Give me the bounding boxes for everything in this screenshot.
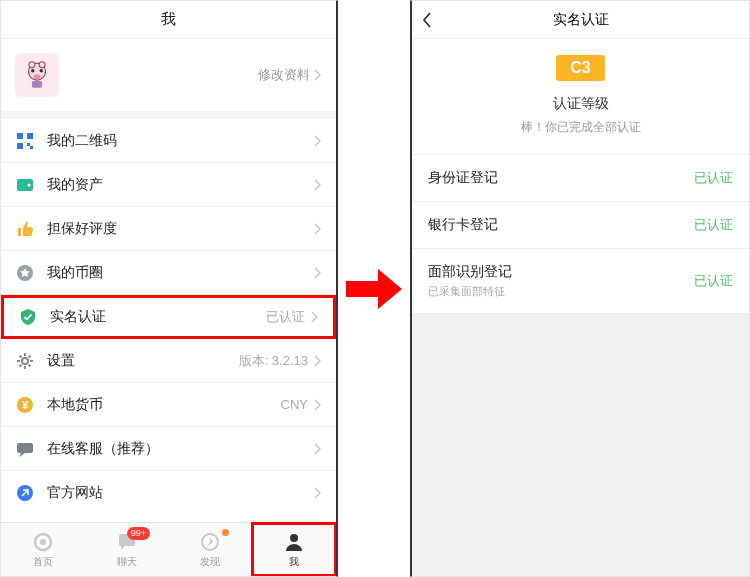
svg-point-15 bbox=[22, 358, 28, 364]
tab-discover[interactable]: 发现 bbox=[169, 523, 253, 576]
edit-profile-label: 修改资料 bbox=[258, 66, 310, 84]
arrow-indicator bbox=[338, 0, 410, 577]
row-my-assets[interactable]: 我的资产 bbox=[1, 163, 336, 207]
svg-point-2 bbox=[40, 69, 43, 72]
page-title: 实名认证 bbox=[553, 11, 609, 29]
face-subtext: 已采集面部特征 bbox=[428, 284, 694, 299]
svg-point-13 bbox=[28, 183, 31, 186]
svg-text:¥: ¥ bbox=[22, 399, 29, 411]
cert-level-subtext: 棒！你已完成全部认证 bbox=[412, 119, 749, 136]
home-icon bbox=[32, 531, 54, 553]
chat-icon bbox=[15, 439, 35, 459]
chevron-right-icon bbox=[314, 399, 322, 411]
svg-point-6 bbox=[39, 62, 45, 68]
row-my-qrcode[interactable]: 我的二维码 bbox=[1, 119, 336, 163]
status-badge: 已认证 bbox=[694, 216, 733, 234]
chevron-right-icon bbox=[314, 487, 322, 499]
page-title: 我 bbox=[1, 1, 336, 39]
row-support[interactable]: 在线客服（推荐） bbox=[1, 427, 336, 471]
version-text: 版本: 3.2.13 bbox=[239, 352, 308, 370]
chevron-right-icon bbox=[314, 355, 322, 367]
phone-me-screen: 我 修改资料 bbox=[0, 0, 338, 577]
svg-point-1 bbox=[31, 69, 34, 72]
svg-point-5 bbox=[29, 62, 35, 68]
tab-home[interactable]: 首页 bbox=[1, 523, 85, 576]
qrcode-icon bbox=[15, 131, 35, 151]
cert-level-badge: C3 bbox=[556, 55, 604, 81]
thumb-up-icon bbox=[15, 219, 35, 239]
row-realname-verify[interactable]: 实名认证 已认证 bbox=[1, 295, 336, 339]
chat-badge: 99+ bbox=[127, 527, 150, 540]
row-local-currency[interactable]: ¥ 本地货币 CNY bbox=[1, 383, 336, 427]
svg-point-3 bbox=[34, 74, 41, 79]
cert-row-face[interactable]: 面部识别登记 已采集面部特征 已认证 bbox=[412, 249, 749, 314]
svg-rect-12 bbox=[17, 179, 33, 191]
gear-icon bbox=[15, 351, 35, 371]
cert-row-bank[interactable]: 银行卡登记 已认证 bbox=[412, 202, 749, 249]
page-header: 实名认证 bbox=[412, 1, 749, 39]
cert-row-id[interactable]: 身份证登记 已认证 bbox=[412, 155, 749, 202]
link-icon bbox=[15, 483, 35, 503]
cert-summary: C3 认证等级 棒！你已完成全部认证 bbox=[412, 39, 749, 155]
person-icon bbox=[283, 531, 305, 553]
chevron-right-icon bbox=[314, 223, 322, 235]
shield-check-icon bbox=[18, 307, 38, 327]
row-coin-circle[interactable]: 我的币圈 bbox=[1, 251, 336, 295]
row-official-website[interactable]: 官方网站 bbox=[1, 471, 336, 515]
svg-rect-8 bbox=[27, 133, 33, 139]
chevron-right-icon bbox=[314, 135, 322, 147]
tab-chat[interactable]: 99+ 聊天 bbox=[85, 523, 169, 576]
cert-level-label: 认证等级 bbox=[412, 95, 749, 113]
svg-rect-10 bbox=[27, 143, 30, 146]
chevron-right-icon bbox=[314, 69, 322, 81]
chevron-right-icon bbox=[314, 443, 322, 455]
svg-rect-4 bbox=[32, 81, 42, 88]
avatar-icon bbox=[20, 58, 54, 92]
phone-verify-screen: 实名认证 C3 认证等级 棒！你已完成全部认证 身份证登记 已认证 银行卡登记 … bbox=[410, 0, 750, 577]
status-badge: 已认证 bbox=[694, 272, 733, 290]
svg-rect-11 bbox=[30, 146, 33, 149]
yen-icon: ¥ bbox=[15, 395, 35, 415]
svg-point-21 bbox=[40, 539, 46, 545]
notification-dot bbox=[222, 529, 229, 536]
avatar bbox=[15, 53, 59, 97]
chevron-right-icon bbox=[314, 179, 322, 191]
wallet-icon bbox=[15, 175, 35, 195]
svg-rect-7 bbox=[17, 133, 23, 139]
row-rating[interactable]: 担保好评度 bbox=[1, 207, 336, 251]
compass-icon bbox=[199, 531, 221, 553]
currency-value: CNY bbox=[281, 397, 308, 412]
tab-bar: 首页 99+ 聊天 发现 我 bbox=[1, 522, 336, 576]
arrow-right-icon bbox=[344, 265, 404, 313]
profile-row[interactable]: 修改资料 bbox=[1, 39, 336, 119]
chevron-right-icon bbox=[314, 267, 322, 279]
chevron-right-icon bbox=[311, 311, 319, 323]
svg-rect-18 bbox=[17, 443, 33, 453]
star-icon bbox=[15, 263, 35, 283]
row-settings[interactable]: 设置 版本: 3.2.13 bbox=[1, 339, 336, 383]
back-button[interactable] bbox=[422, 1, 432, 38]
tab-me[interactable]: 我 bbox=[252, 523, 336, 576]
svg-point-23 bbox=[290, 534, 298, 542]
svg-rect-9 bbox=[17, 143, 23, 149]
status-badge: 已认证 bbox=[694, 169, 733, 187]
verify-status-text: 已认证 bbox=[266, 308, 305, 326]
